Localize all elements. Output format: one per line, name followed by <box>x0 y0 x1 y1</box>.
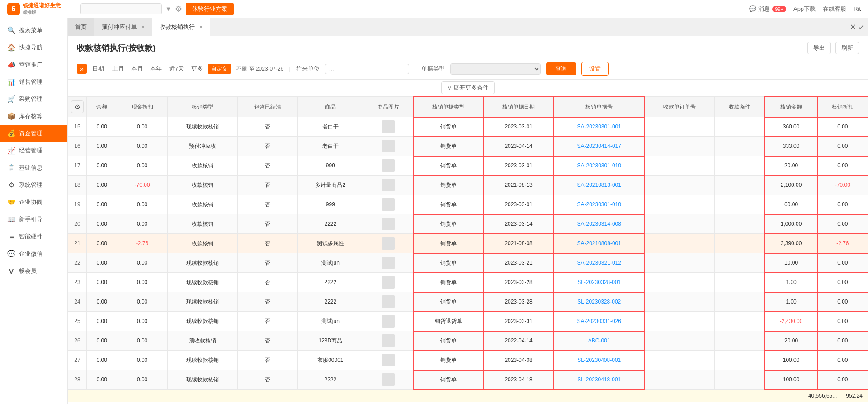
cell-writeoff-voucher-type: 销货单 <box>414 273 484 292</box>
th-settings[interactable]: ⚙ <box>68 97 87 117</box>
tab-prepay-close[interactable]: × <box>142 24 145 30</box>
query-button[interactable]: 查询 <box>546 62 576 75</box>
counterparty-input[interactable] <box>325 64 409 74</box>
date-more[interactable]: 更多 <box>189 64 206 74</box>
sidebar-item-hardware[interactable]: 🖥 智能硬件 <box>0 228 67 245</box>
writeoff-no-link[interactable]: SL-20230408-001 <box>577 357 621 363</box>
refresh-button[interactable]: 刷新 <box>835 42 859 54</box>
dropdown-icon[interactable]: ▼ <box>165 5 171 12</box>
tab-writeoff[interactable]: 收款核销执行 × <box>152 18 210 36</box>
sidebar-item-collab[interactable]: 🤝 企业协同 <box>0 194 67 211</box>
date-7days[interactable]: 近7天 <box>166 64 187 74</box>
cell-writeoff-no[interactable]: ABC-001 <box>554 331 645 351</box>
writeoff-no-link[interactable]: SL-20230328-002 <box>577 299 621 305</box>
tab-close-all-icon[interactable]: ✕ <box>850 23 856 31</box>
sidebar-item-member[interactable]: V 畅会员 <box>0 262 67 280</box>
cell-goods: 2222 <box>297 370 363 390</box>
writeoff-no-link[interactable]: SA-20210813-001 <box>577 182 621 188</box>
cell-writeoff-no[interactable]: SA-20230321-012 <box>554 253 645 273</box>
cell-balance: 0.00 <box>87 117 117 137</box>
sidebar-item-finance[interactable]: 💰 资金管理 <box>0 125 67 142</box>
industry-btn[interactable]: 休验行业方案 <box>186 3 234 15</box>
table-row: 24 0.00 0.00 现续收款核销 否 2222 销货单 2023-03-2… <box>68 292 868 312</box>
cell-cash-discount: 0.00 <box>117 370 167 390</box>
cell-writeoff-no[interactable]: SA-20230301-010 <box>554 156 645 176</box>
cell-no: 28 <box>68 370 87 390</box>
sidebar-item-system[interactable]: ⚙ 系统管理 <box>0 176 67 194</box>
cell-writeoff-type: 现续收款核销 <box>167 351 237 370</box>
voucher-type-select[interactable] <box>450 63 541 75</box>
settings-icon[interactable]: ⚙ <box>175 4 182 14</box>
expand-more-button[interactable]: ∨ 展开更多条件 <box>441 81 495 94</box>
sidebar-item-basic[interactable]: 📋 基础信息 <box>0 159 67 176</box>
cell-receipt-order-no <box>645 137 715 156</box>
cell-goods: 999 <box>297 195 363 214</box>
sidebar-item-operations[interactable]: 📈 经营管理 <box>0 142 67 159</box>
cell-writeoff-date: 2023-03-28 <box>484 292 554 312</box>
cell-goods: 2222 <box>297 292 363 312</box>
tab-home[interactable]: 首页 <box>68 18 94 36</box>
app-download-btn[interactable]: App下载 <box>793 5 816 13</box>
writeoff-no-link[interactable]: SL-20230328-001 <box>577 279 621 285</box>
cell-writeoff-no[interactable]: SA-20230414-017 <box>554 137 645 156</box>
writeoff-no-link[interactable]: SA-20230301-010 <box>577 162 621 169</box>
search-input[interactable] <box>80 3 162 14</box>
sidebar-label-system: 系统管理 <box>19 181 42 189</box>
cell-writeoff-no[interactable]: SL-20230418-001 <box>554 370 645 390</box>
cell-writeoff-no[interactable]: SL-20230328-002 <box>554 292 645 312</box>
cell-writeoff-no[interactable]: SA-20210808-001 <box>554 234 645 253</box>
column-settings-icon[interactable]: ⚙ <box>71 100 84 113</box>
sidebar-item-search[interactable]: 🔍 搜索菜单 <box>0 22 67 39</box>
writeoff-no-link[interactable]: SA-20210808-001 <box>577 240 621 247</box>
cell-receipt-terms <box>715 195 765 214</box>
writeoff-no-link[interactable]: SA-20230301-010 <box>577 201 621 208</box>
table-wrapper[interactable]: ⚙ 余额 现金折扣 核销类型 包含已结清 商品 商品图片 核销单据类型 核销单据… <box>68 96 868 404</box>
date-this-month[interactable]: 本月 <box>128 64 146 74</box>
date-this-year[interactable]: 本年 <box>147 64 165 74</box>
online-service-btn[interactable]: 在线客服 <box>823 5 846 13</box>
writeoff-no-link[interactable]: SA-20230321-012 <box>577 260 621 266</box>
sidebar-item-guide[interactable]: 📖 新手引导 <box>0 211 67 228</box>
date-last-month[interactable]: 上月 <box>109 64 127 74</box>
data-table: ⚙ 余额 现金折扣 核销类型 包含已结清 商品 商品图片 核销单据类型 核销单据… <box>68 96 868 390</box>
message-label: 消息 <box>758 5 770 12</box>
cell-writeoff-no[interactable]: SA-20230301-001 <box>554 117 645 137</box>
cell-no: 20 <box>68 214 87 234</box>
sidebar-item-sales[interactable]: 📊 销售管理 <box>0 73 67 90</box>
tab-prepay[interactable]: 预付冲应付单 × <box>94 18 152 36</box>
date-custom[interactable]: 自定义 <box>208 64 231 74</box>
sidebar-item-quicknav[interactable]: 🏠 快捷导航 <box>0 39 67 56</box>
cell-writeoff-no[interactable]: SL-20230328-001 <box>554 273 645 292</box>
counterparty-label: 往来单位 <box>296 65 320 73</box>
cell-writeoff-no[interactable]: SL-20230408-001 <box>554 351 645 370</box>
cell-writeoff-no[interactable]: SA-20230301-010 <box>554 195 645 214</box>
cell-receipt-terms <box>715 312 765 331</box>
th-include-settled: 包含已结清 <box>237 97 297 117</box>
cell-balance: 0.00 <box>87 351 117 370</box>
writeoff-no-link[interactable]: SA-20230301-001 <box>577 124 621 130</box>
writeoff-no-link[interactable]: SA-20230331-026 <box>577 318 621 324</box>
sidebar-item-wechat[interactable]: 💬 企业微信 <box>0 245 67 262</box>
cell-writeoff-no[interactable]: SA-20230314-008 <box>554 214 645 234</box>
sidebar-item-marketing[interactable]: 📣 营销推广 <box>0 56 67 73</box>
export-button[interactable]: 导出 <box>807 42 831 54</box>
filter-divider1: | <box>289 66 290 72</box>
sidebar-item-purchase[interactable]: 🛒 采购管理 <box>0 90 67 108</box>
writeoff-no-link[interactable]: SA-20230314-008 <box>577 221 621 227</box>
writeoff-no-link[interactable]: ABC-001 <box>588 337 610 344</box>
cell-goods: 衣服00001 <box>297 351 363 370</box>
settings-button[interactable]: 设置 <box>581 62 609 76</box>
message-btn[interactable]: 💬 消息 99+ <box>749 5 786 13</box>
tab-writeoff-close[interactable]: × <box>199 24 203 30</box>
table-header-row: ⚙ 余额 现金折扣 核销类型 包含已结清 商品 商品图片 核销单据类型 核销单据… <box>68 97 868 117</box>
writeoff-no-link[interactable]: SL-20230418-001 <box>577 376 621 383</box>
sidebar-item-inventory[interactable]: 📦 库存核算 <box>0 108 67 125</box>
tab-expand-icon[interactable]: ⤢ <box>859 23 864 31</box>
writeoff-no-link[interactable]: SA-20230414-017 <box>577 143 621 149</box>
filter-expand-button[interactable]: » <box>77 64 87 74</box>
cell-writeoff-no[interactable]: SA-20230331-026 <box>554 312 645 331</box>
cell-writeoff-no[interactable]: SA-20210813-001 <box>554 176 645 195</box>
cell-writeoff-discount: 0.00 <box>817 214 868 234</box>
cell-cash-discount: 0.00 <box>117 273 167 292</box>
cell-writeoff-discount: 0.00 <box>817 351 868 370</box>
